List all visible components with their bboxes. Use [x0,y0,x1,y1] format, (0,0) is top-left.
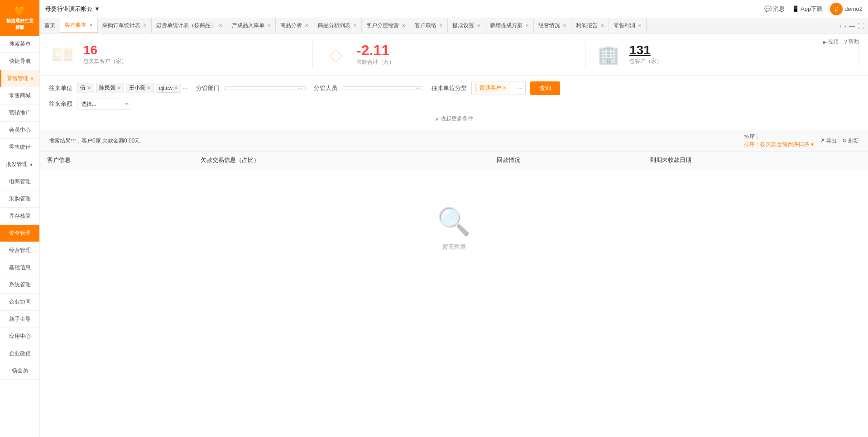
unit-tag-wu: 伍 ✕ [77,83,94,93]
sidebar-item-2[interactable]: 零售管理 ▼ [0,70,39,87]
tab-close-4[interactable]: ✕ [267,23,271,28]
tab-2[interactable]: 采购订单统计表✕ [98,18,152,33]
sidebar-item-11[interactable]: 资金管理 [0,225,39,242]
workspace-label: 母婴行业演示帐套 [45,5,92,13]
tab-9[interactable]: 提成设置✕ [448,18,485,33]
tab-close-13[interactable]: ✕ [638,23,642,28]
video-link[interactable]: ▶ 视频 [823,38,839,46]
tab-1[interactable]: 客户账本✕ [60,18,98,33]
help-icon: ? [844,39,847,45]
person-input[interactable] [342,86,423,90]
remove-chen-tag[interactable]: ✕ [117,85,121,91]
tab-13[interactable]: 零售利润✕ [609,18,647,33]
tab-next-icon[interactable]: › [844,22,846,29]
remove-category-tag[interactable]: ✕ [503,86,506,90]
tab-close-9[interactable]: ✕ [477,23,480,28]
sidebar-item-12[interactable]: 经营管理 [0,242,39,259]
collapse-button[interactable]: ∧ 收起更多条件 [435,115,473,123]
content-area: 💴 16 总欠款客户（家） ◇ -2.11 欠款合计（万） 🏢 [40,33,868,437]
sort-select[interactable]: 排序：按欠款金额倒序排序 ▼ [744,141,815,148]
messages-link[interactable]: 💬 消息 [764,5,785,13]
workspace-dropdown-icon: ▼ [94,5,100,12]
app-logo: 🧡 畅捷通好生意 标版 [0,0,39,36]
help-link[interactable]: ? 帮助 [844,38,859,46]
sidebar-item-10[interactable]: 库存核算 [0,208,39,225]
workspace-selector[interactable]: 母婴行业演示帐套 ▼ [45,5,100,13]
tab-close-10[interactable]: ✕ [525,23,529,28]
tab-4[interactable]: 产成品入库单✕ [227,18,276,33]
dept-label: 分管部门 [196,84,220,92]
stat-label-customers: 总欠款客户（家） [83,57,127,65]
sidebar-item-3[interactable]: 零售商城 [0,87,39,104]
tab-label-10: 新增提成方案 [490,22,523,29]
sidebar-item-5[interactable]: 会员中心 [0,122,39,139]
refresh-button[interactable]: ↻ 刷新 [842,137,859,145]
sidebar-item-13[interactable]: 基础信息 [0,259,39,276]
category-input[interactable]: 普通客户 ✕ [471,81,526,95]
export-button[interactable]: ↗ 导出 [820,137,837,145]
tab-label-8: 客户联络 [415,22,436,29]
sidebar-item-8[interactable]: 电商管理 [0,173,39,190]
sidebar-item-4[interactable]: 营销推广 [0,104,39,122]
tab-0[interactable]: 首页 [40,18,60,33]
tab-close-3[interactable]: ✕ [219,23,222,28]
tab-bar: 首页客户账本✕采购订单统计表✕进货单统计表（按商品）✕产成品入库单✕商品分析✕商… [40,18,868,33]
remove-cjttcw-tag[interactable]: ✕ [174,85,178,91]
tab-3[interactable]: 进货单统计表（按商品）✕ [152,18,227,33]
tab-close-12[interactable]: ✕ [600,23,604,28]
tab-close-5[interactable]: ✕ [305,23,308,28]
dept-input[interactable] [224,86,306,90]
tab-12[interactable]: 利润报告✕ [571,18,609,33]
sort-chevron-icon: ▼ [810,142,815,147]
sidebar-item-7[interactable]: 批发管理 ▼ [0,156,39,173]
sidebar-item-1[interactable]: 快捷导航 [0,53,39,70]
tab-close-11[interactable]: ✕ [563,23,566,28]
user-profile[interactable]: D demo2 [830,3,863,15]
sidebar-item-6[interactable]: 零售统计 [0,139,39,156]
tab-7[interactable]: 客户分层经营✕ [362,18,410,33]
tab-close-8[interactable]: ✕ [439,23,443,28]
tab-maximize-icon[interactable]: ⛶ [858,22,864,29]
user-name: demo2 [844,5,863,12]
tab-8[interactable]: 客户联络✕ [410,18,448,33]
sidebar-item-18[interactable]: 企业微信 [0,345,39,362]
avatar: D [830,3,843,15]
sidebar-item-19[interactable]: 畅会员 [0,362,39,380]
main-area: 母婴行业演示帐套 ▼ 💬 消息 📱 App下载 D demo2 首页客户账本✕采… [40,0,868,437]
sort-label: 排序： 排序：按欠款金额倒序排序 ▼ [744,133,815,148]
sidebar-item-9[interactable]: 采购管理 [0,190,39,208]
tab-10[interactable]: 新增提成方案✕ [485,18,534,33]
tab-minimize-icon[interactable]: — [849,22,855,29]
query-button[interactable]: 查询 [530,81,560,95]
filter-row-2: 往来余额 选择... [49,99,859,109]
remove-wang-tag[interactable]: ✕ [147,85,151,91]
tab-6[interactable]: 商品分析列表✕ [313,18,362,33]
app-download-link[interactable]: 📱 App下载 [792,5,823,13]
category-label: 往来单位分类 [432,84,467,92]
tab-close-6[interactable]: ✕ [353,23,357,28]
tab-prev-icon[interactable]: ‹ [839,22,842,29]
more-tags-icon[interactable]: ··· [183,85,188,91]
topbar-left: 母婴行业演示帐套 ▼ [45,5,100,13]
sidebar-item-14[interactable]: 系统管理 [0,276,39,294]
sidebar-item-17[interactable]: 应用中心 [0,328,39,345]
tab-close-2[interactable]: ✕ [143,23,147,28]
sidebar-item-15[interactable]: 企业协同 [0,294,39,311]
sidebar-item-16[interactable]: 新手引导 [0,311,39,328]
message-icon: 💬 [764,5,772,12]
sidebar-item-0[interactable]: 搜索菜单 [0,36,39,53]
tab-label-3: 进货单统计表（按商品） [156,22,216,29]
col-due-date: 到期未收款日期 [643,152,868,169]
stat-value-total: 131 [629,44,662,57]
tab-label-12: 利润报告 [576,22,598,29]
remove-wu-tag[interactable]: ✕ [87,85,91,91]
tab-close-7[interactable]: ✕ [402,23,405,28]
tab-5[interactable]: 商品分析✕ [276,18,313,33]
unit-tag-cjttcw: cjttcw ✕ [156,84,181,93]
stat-label-debt: 欠款合计（万） [356,58,394,66]
topbar-right: 💬 消息 📱 App下载 D demo2 [764,3,863,15]
balance-select[interactable]: 选择... [77,99,131,109]
tab-close-1[interactable]: ✕ [89,23,93,28]
tab-label-4: 产成品入库单 [232,22,264,29]
tab-11[interactable]: 经营情况✕ [534,18,571,33]
